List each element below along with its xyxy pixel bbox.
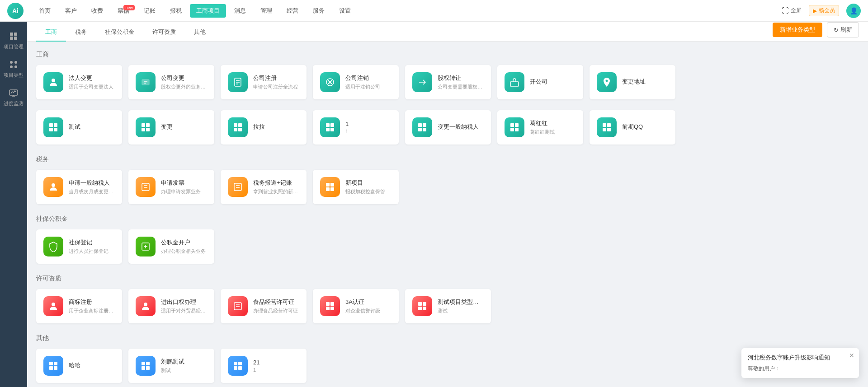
num21-icon bbox=[228, 356, 248, 376]
card-gongjijinkaihu[interactable]: 公积金开户 办理公积金相关业务 bbox=[128, 229, 214, 264]
card-lala[interactable]: 拉拉 bbox=[221, 110, 307, 145]
svg-point-4 bbox=[10, 61, 13, 64]
refresh-button[interactable]: ↻ 刷新 bbox=[827, 22, 859, 37]
section-title-other: 其他 bbox=[36, 334, 859, 342]
svg-rect-55 bbox=[234, 183, 241, 191]
test-icon bbox=[43, 117, 63, 137]
card-gongsizhuce[interactable]: 公司注册 申请公司注册全流程 bbox=[221, 65, 307, 99]
card-shebaodengji[interactable]: 社保登记 进行人员社保登记 bbox=[36, 229, 122, 264]
svg-rect-85 bbox=[146, 366, 150, 370]
company-change-icon bbox=[136, 72, 156, 92]
card-ceshi[interactable]: 测试 bbox=[36, 110, 122, 145]
card-kaigongsi[interactable]: 开公司 bbox=[497, 65, 583, 99]
nav-manage[interactable]: 管理 bbox=[254, 4, 278, 18]
app-logo[interactable]: Ai bbox=[7, 3, 24, 19]
sidebar-item-progress-monitor[interactable]: 进度监测 bbox=[0, 83, 27, 112]
tab-shuiwu[interactable]: 税务 bbox=[66, 23, 96, 42]
nav-message[interactable]: 消息 bbox=[228, 4, 252, 18]
card-3a[interactable]: 3A认证 对企业信誉评级 bbox=[313, 289, 399, 323]
card-shenqingfapiao[interactable]: 申请发票 办理申请发票业务 bbox=[128, 170, 214, 204]
card-shenqingnanshui[interactable]: 申请一般纳税人 当月或次月成变更完成 bbox=[36, 170, 122, 204]
svg-rect-80 bbox=[49, 366, 53, 370]
sidebar-item-project-manage[interactable]: 项目管理 bbox=[0, 26, 27, 55]
import-export-icon bbox=[136, 296, 156, 316]
nav-operation[interactable]: 经营 bbox=[280, 4, 305, 18]
svg-rect-24 bbox=[54, 123, 57, 127]
svg-rect-70 bbox=[326, 302, 330, 306]
category-icon bbox=[8, 59, 19, 70]
nav-bookkeeping[interactable]: 记账 bbox=[137, 4, 162, 18]
tab-shebao[interactable]: 社保公积金 bbox=[96, 23, 143, 42]
card-guquanzhuanrang[interactable]: 股权转让 公司变更需要股权转让 bbox=[405, 65, 491, 99]
svg-rect-0 bbox=[10, 33, 13, 36]
section-title-gongshang: 工商 bbox=[36, 51, 859, 59]
svg-rect-89 bbox=[238, 366, 242, 370]
sidebar-item-project-type[interactable]: 项目类型 bbox=[0, 55, 27, 83]
card-biangengdizhi[interactable]: 变更地址 bbox=[590, 65, 675, 99]
card-shangbiao[interactable]: 商标注册 用于企业商标注册服务 bbox=[36, 289, 122, 323]
main-content: 工商 税务 社保公积金 许可资质 其他 新增业务类型 ↻ 刷新 工商 bbox=[27, 22, 868, 387]
card-xinxiangmu[interactable]: 新项目 报税加税控盘保管 bbox=[313, 170, 399, 204]
nav-customer[interactable]: 客户 bbox=[59, 4, 83, 18]
nav-settings[interactable]: 设置 bbox=[333, 4, 357, 18]
tab-xuke[interactable]: 许可资质 bbox=[143, 23, 185, 42]
svg-rect-74 bbox=[418, 302, 422, 306]
qq-icon bbox=[597, 117, 617, 137]
notification-close-button[interactable]: ✕ bbox=[849, 352, 854, 359]
card-haha[interactable]: 哈哈 bbox=[36, 349, 122, 383]
card-shuiwubaodao[interactable]: 税务报道+记账 拿到营业执照的新公司 bbox=[221, 170, 307, 204]
nav-billing[interactable]: 收费 bbox=[85, 4, 109, 18]
nav-business[interactable]: 工商项目 bbox=[190, 4, 226, 18]
card-liupeng[interactable]: 刘鹏测试 测试 bbox=[128, 349, 214, 383]
card-gongsibianqeng[interactable]: 公司变更 股权变更外的业务变更 bbox=[128, 65, 214, 99]
svg-rect-41 bbox=[418, 128, 422, 131]
top-navigation: Ai 首页 客户 收费 票据 new 记账 报税 工商项目 消息 管理 bbox=[0, 0, 868, 22]
card-jinchukou[interactable]: 进出口权办理 适用于对外贸易经营者 bbox=[128, 289, 214, 323]
tab-gongshang[interactable]: 工商 bbox=[36, 23, 66, 42]
tax-report-icon bbox=[228, 177, 248, 197]
card-ceshixiangmu[interactable]: 测试项目类型定义 测试 bbox=[405, 289, 491, 323]
svg-rect-77 bbox=[423, 307, 426, 310]
svg-rect-78 bbox=[49, 362, 53, 365]
svg-rect-39 bbox=[418, 123, 422, 127]
monitor-icon bbox=[8, 88, 19, 98]
svg-point-51 bbox=[52, 183, 55, 187]
address-change-icon bbox=[597, 72, 617, 92]
svg-rect-36 bbox=[330, 123, 334, 127]
svg-rect-23 bbox=[49, 123, 53, 127]
gongshang-cards-row1: 法人变更 适用于公司变更法人 公司变更 股权变更外的业务变更 公司注册 bbox=[36, 65, 859, 99]
add-business-type-button[interactable]: 新增业务类型 bbox=[773, 23, 822, 37]
fullscreen-button[interactable]: ⛶ 全屏 bbox=[782, 7, 802, 15]
svg-rect-50 bbox=[607, 128, 611, 131]
nav-ticket[interactable]: 票据 new bbox=[111, 4, 136, 18]
notification-text: 尊敬的用户： bbox=[748, 364, 853, 373]
nav-tax[interactable]: 报税 bbox=[164, 4, 188, 18]
svg-rect-1 bbox=[14, 33, 17, 36]
card-1[interactable]: 1 1 bbox=[313, 110, 399, 145]
svg-rect-28 bbox=[146, 123, 150, 127]
nav-home[interactable]: 首页 bbox=[33, 4, 57, 18]
svg-rect-72 bbox=[326, 307, 330, 310]
card-gehonghong[interactable]: 葛红红 葛红红测试 bbox=[497, 110, 583, 145]
card-gongsizhuxiao[interactable]: 公司注销 适用于注销公司 bbox=[313, 65, 399, 99]
svg-rect-73 bbox=[330, 307, 334, 310]
svg-rect-31 bbox=[234, 123, 237, 127]
card-shipinjingying[interactable]: 食品经营许可证 办理食品经营许可证 bbox=[221, 289, 307, 323]
svg-rect-83 bbox=[146, 362, 150, 365]
card-biangeng2[interactable]: 变更一般纳税人 bbox=[405, 110, 491, 145]
tab-other[interactable]: 其他 bbox=[185, 23, 215, 42]
card-faziren[interactable]: 法人变更 适用于公司变更法人 bbox=[36, 65, 122, 99]
nav-service[interactable]: 服务 bbox=[307, 4, 331, 18]
svg-rect-58 bbox=[326, 183, 330, 187]
svg-point-65 bbox=[52, 303, 55, 306]
card-21[interactable]: 21 1 bbox=[221, 349, 307, 383]
fund-icon bbox=[136, 237, 156, 256]
card-qq[interactable]: 前期QQ bbox=[590, 110, 675, 145]
svg-point-5 bbox=[14, 61, 17, 64]
member-button[interactable]: ▶ 畅会员 bbox=[809, 5, 839, 16]
card-biangeng[interactable]: 变更 bbox=[128, 110, 214, 145]
svg-rect-44 bbox=[515, 123, 519, 127]
user-avatar[interactable]: 👤 bbox=[846, 4, 861, 18]
svg-rect-84 bbox=[142, 366, 145, 370]
trademark-icon bbox=[43, 296, 63, 316]
